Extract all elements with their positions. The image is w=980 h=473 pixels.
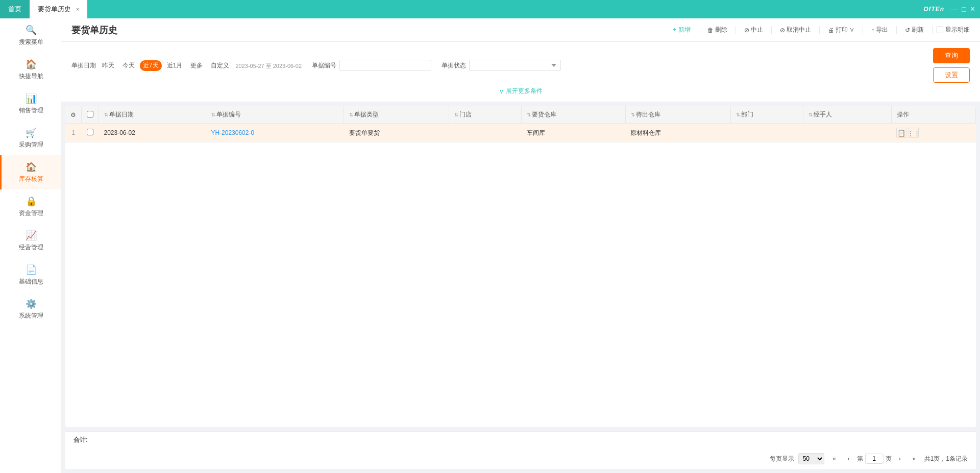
sidebar-item-system-label: 系统管理 xyxy=(19,312,43,320)
table-row: 1 2023-06-02 YH-20230602-0 要货单要货 车间库 原材料… xyxy=(65,124,976,143)
new-button[interactable]: + 新增 xyxy=(669,23,694,36)
table-header-row: ⚙ 单据日期 单据编号 单据类型 门店 要货仓库 待出仓库 部门 经手人 操作 xyxy=(65,106,976,124)
page-header: 要货单历史 + 新增 🗑 删除 ⊘ 中止 ⊘ 取消中止 xyxy=(61,18,980,42)
row-more-icon[interactable]: ⋮⋮ xyxy=(909,128,919,138)
refresh-button[interactable]: ↺ 刷新 xyxy=(901,23,928,36)
date-custom[interactable]: 自定义 xyxy=(208,60,232,71)
doc-status-select[interactable] xyxy=(469,60,561,71)
refresh-icon: ↺ xyxy=(905,27,910,34)
display-detail-checkbox[interactable] xyxy=(937,27,943,33)
row-number[interactable]: YH-20230602-0 xyxy=(206,124,344,143)
basic-info-icon: 📄 xyxy=(26,264,37,275)
delete-button[interactable]: 🗑 删除 xyxy=(703,23,731,36)
row-handler xyxy=(803,124,892,143)
row-dest-warehouse: 原材料仓库 xyxy=(625,124,730,143)
main-layout: 🔍 搜索菜单 🏠 快捷导航 📊 销售管理 🛒 采购管理 🏠 库存核算 🔒 资金管… xyxy=(0,18,980,473)
sidebar-item-system[interactable]: ⚙️ 系统管理 xyxy=(0,292,61,326)
row-checkbox[interactable] xyxy=(82,124,99,143)
next-page-btn[interactable]: › xyxy=(894,453,906,465)
cancel-stop-icon: ⊘ xyxy=(780,27,785,34)
stop-button[interactable]: ⊘ 中止 xyxy=(740,23,767,36)
refresh-label: 刷新 xyxy=(912,26,924,34)
row-edit-icon[interactable]: 📋 xyxy=(896,128,906,138)
page-actions: + 新增 🗑 删除 ⊘ 中止 ⊘ 取消中止 🖨 xyxy=(669,23,970,36)
top-bar: 首页 要货单历史 × OfTEn — □ × xyxy=(0,0,980,18)
window-controls: — □ × xyxy=(950,5,980,14)
col-date[interactable]: 单据日期 xyxy=(99,106,206,124)
print-button[interactable]: 🖨 打印 ∨ xyxy=(824,23,859,36)
col-checkbox[interactable] xyxy=(82,106,99,124)
minimize-btn[interactable]: — xyxy=(950,5,958,13)
close-btn[interactable]: × xyxy=(970,5,975,14)
delete-icon: 🗑 xyxy=(707,27,714,34)
sidebar-item-finance[interactable]: 🔒 资金管理 xyxy=(0,190,61,224)
col-store[interactable]: 门店 xyxy=(449,106,522,124)
prev-page-btn[interactable]: ‹ xyxy=(843,453,855,465)
page-title: 要货单历史 xyxy=(71,24,117,36)
sidebar-item-quick-nav[interactable]: 🏠 快捷导航 xyxy=(0,53,61,87)
stop-label: 中止 xyxy=(751,26,763,34)
sidebar-item-basic-info[interactable]: 📄 基础信息 xyxy=(0,258,61,292)
col-type[interactable]: 单据类型 xyxy=(344,106,449,124)
filter-area: 单据日期 昨天 今天 近7天 近1月 更多 自定义 2023-05-27 至 2… xyxy=(61,42,980,102)
sidebar-item-sales[interactable]: 📊 销售管理 xyxy=(0,87,61,121)
row-store xyxy=(449,124,522,143)
sidebar-item-purchase[interactable]: 🛒 采购管理 xyxy=(0,121,61,155)
col-actions: 操作 xyxy=(891,106,975,124)
display-detail-toggle[interactable]: 显示明细 xyxy=(937,26,970,34)
sidebar-item-search[interactable]: 🔍 搜索菜单 xyxy=(0,18,61,53)
stop-icon: ⊘ xyxy=(744,27,749,34)
sidebar-item-search-label: 搜索菜单 xyxy=(19,38,43,46)
divider-4 xyxy=(819,26,820,34)
first-page-btn[interactable]: « xyxy=(828,453,841,465)
date-yesterday[interactable]: 昨天 xyxy=(99,60,117,71)
quick-nav-icon: 🏠 xyxy=(26,59,37,70)
cancel-stop-button[interactable]: ⊘ 取消中止 xyxy=(776,23,815,36)
print-icon: 🖨 xyxy=(828,27,834,34)
settings-button[interactable]: 设置 xyxy=(933,67,970,83)
tab-history[interactable]: 要货单历史 × xyxy=(30,0,87,18)
date-today[interactable]: 今天 xyxy=(119,60,138,71)
date-filter-label: 单据日期 xyxy=(71,61,96,70)
tab-close-icon[interactable]: × xyxy=(76,6,79,12)
brand-label: OfTEn xyxy=(923,6,944,13)
select-all-checkbox[interactable] xyxy=(87,111,93,117)
date-range-display: 2023-05-27 至 2023-06-02 xyxy=(235,62,302,70)
date-more[interactable]: 更多 xyxy=(187,60,206,71)
doc-status-label: 单据状态 xyxy=(442,61,466,70)
row-actions: 📋 ⋮⋮ xyxy=(891,124,975,143)
per-page-select[interactable]: 50 10 20 100 xyxy=(798,453,824,464)
cancel-stop-label: 取消中止 xyxy=(787,26,811,34)
date-7days[interactable]: 近7天 xyxy=(140,60,162,71)
sidebar-item-inventory[interactable]: 🏠 库存核算 xyxy=(0,155,61,190)
col-dest-warehouse[interactable]: 待出仓库 xyxy=(625,106,730,124)
col-department[interactable]: 部门 xyxy=(731,106,803,124)
sidebar-item-finance-label: 资金管理 xyxy=(19,209,43,218)
export-button[interactable]: ↑ 导出 xyxy=(867,23,892,36)
row-date: 2023-06-02 xyxy=(99,124,206,143)
row-req-warehouse: 车间库 xyxy=(522,124,626,143)
query-button[interactable]: 查询 xyxy=(933,48,970,63)
row-department xyxy=(731,124,803,143)
col-req-warehouse[interactable]: 要货仓库 xyxy=(522,106,626,124)
operations-icon: 📈 xyxy=(26,230,37,241)
delete-label: 删除 xyxy=(715,26,727,34)
per-page-label: 每页显示 xyxy=(770,455,794,463)
doc-number-input[interactable] xyxy=(339,60,431,71)
col-settings[interactable]: ⚙ xyxy=(65,106,82,124)
page-number-input[interactable] xyxy=(865,454,884,464)
page-navigation: « ‹ 第 页 › » xyxy=(828,453,920,465)
doc-status-filter: 单据状态 xyxy=(442,60,561,71)
tab-home[interactable]: 首页 xyxy=(0,0,30,18)
last-page-btn[interactable]: » xyxy=(908,453,920,465)
total-info: 共1页，1条记录 xyxy=(924,455,968,463)
col-number[interactable]: 单据编号 xyxy=(206,106,344,124)
sales-icon: 📊 xyxy=(26,93,37,104)
maximize-btn[interactable]: □ xyxy=(962,5,966,13)
sidebar-item-operations[interactable]: 📈 经营管理 xyxy=(0,224,61,258)
col-handler[interactable]: 经手人 xyxy=(803,106,892,124)
finance-icon: 🔒 xyxy=(26,196,37,207)
expand-more-btn[interactable]: ∨ 展开更多条件 xyxy=(71,87,970,96)
date-1month[interactable]: 近1月 xyxy=(164,60,186,71)
expand-down-icon: ∨ xyxy=(499,88,504,95)
